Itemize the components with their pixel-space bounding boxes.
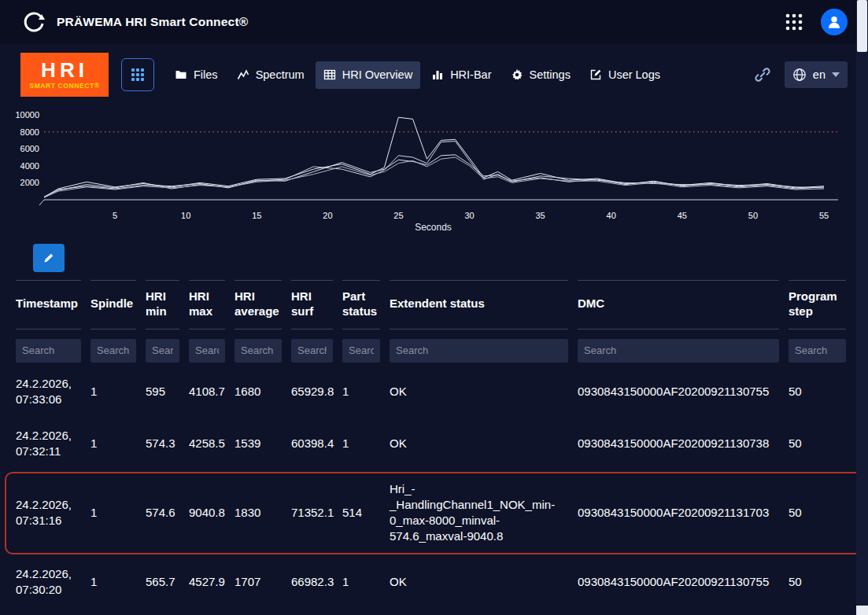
nav-item-hri-overview[interactable]: HRI Overview <box>316 61 420 89</box>
edit-button[interactable] <box>33 244 65 272</box>
cell-hri-max: 9040.8 <box>189 505 225 521</box>
search-input-hri-min[interactable] <box>146 339 179 363</box>
cell-hri-average: 1680 <box>235 384 282 400</box>
hri-data-table: TimestampSpindleHRI minHRI maxHRI averag… <box>16 280 855 615</box>
bar-chart-icon <box>431 68 445 82</box>
cell-hri-max: 4108.7 <box>189 384 225 400</box>
cell-program-step: 50 <box>789 384 846 400</box>
edit-note-icon <box>589 68 603 82</box>
svg-text:6000: 6000 <box>20 144 39 153</box>
column-header-part-status[interactable]: Part status <box>342 280 380 330</box>
cell-extendent-status: Hri_-_HandlingChannel1_NOK_min-0_max-800… <box>390 481 568 545</box>
table-row-nok-highlighted[interactable]: 24.2.2026, 07:31:161574.69040.8183071352… <box>5 472 866 554</box>
column-header-hri-min[interactable]: HRI min <box>146 280 179 330</box>
globe-icon <box>792 68 807 82</box>
nav-item-files[interactable]: Files <box>167 61 226 89</box>
search-input-extendent-status[interactable] <box>390 339 568 363</box>
svg-text:50: 50 <box>748 211 758 220</box>
language-value: en <box>813 68 826 81</box>
search-input-program-step[interactable] <box>789 339 846 363</box>
svg-text:35: 35 <box>535 211 545 220</box>
svg-text:15: 15 <box>252 211 261 220</box>
column-header-spindle[interactable]: Spindle <box>90 280 136 330</box>
cell-hri-min: 595 <box>146 384 179 400</box>
cell-hri-average: 1707 <box>235 574 282 590</box>
cell-dmc: 0930843150000AF20200921130755 <box>578 574 779 590</box>
cell-hri-average: 1539 <box>235 436 282 451</box>
column-header-extendent-status[interactable]: Extendent status <box>390 280 568 330</box>
svg-text:10000: 10000 <box>15 110 39 120</box>
nav-item-spectrum[interactable]: Spectrum <box>229 61 312 89</box>
cell-timestamp: 24.2.2026, 07:31:16 <box>16 497 81 529</box>
search-input-dmc[interactable] <box>578 339 779 363</box>
column-header-timestamp[interactable]: Timestamp <box>16 280 81 330</box>
column-header-dmc[interactable]: DMC <box>578 280 779 330</box>
cell-spindle: 1 <box>90 384 136 400</box>
apps-grid-icon[interactable] <box>785 13 803 31</box>
column-header-program-step[interactable]: Program step <box>789 280 846 330</box>
cell-dmc: 0930843150000AF20200921131703 <box>578 505 779 521</box>
cell-extendent-status: OK <box>390 384 568 400</box>
hri-line-chart: 2000400060008000100005101520253035404550… <box>9 107 857 233</box>
cell-hri-max: 4258.5 <box>189 436 225 451</box>
nav-item-label: Settings <box>530 68 571 81</box>
cell-spindle: 1 <box>90 436 136 451</box>
table-row[interactable]: 24.2.2026, 07:33:0615954108.7168065929.8… <box>16 366 855 418</box>
topbar: PRÄWEMA HRI Smart Connect® <box>0 0 868 44</box>
chart-xlabel: Seconds <box>9 222 857 233</box>
main-navbar: HRI SMART CONNECT® FilesSpectrumHRI Over… <box>0 44 868 105</box>
cell-hri-min: 565.7 <box>146 574 179 590</box>
cell-extendent-status: OK <box>390 574 568 590</box>
table-body: 24.2.2026, 07:33:0615954108.7168065929.8… <box>16 366 855 615</box>
gear-icon <box>511 68 524 82</box>
cell-timestamp: 24.2.2026, 07:32:11 <box>16 428 81 460</box>
cell-hri-min: 574.3 <box>146 436 179 451</box>
cell-extendent-status: OK <box>390 436 568 451</box>
search-input-timestamp[interactable] <box>16 339 81 363</box>
cell-part-status: 1 <box>342 574 380 590</box>
column-header-hri-surf[interactable]: HRI surf <box>291 280 333 330</box>
cell-part-status: 1 <box>342 384 380 400</box>
cell-spindle: 1 <box>90 574 136 590</box>
chevron-down-icon <box>832 72 840 77</box>
praewema-logo-icon <box>22 10 46 34</box>
column-header-hri-average[interactable]: HRI average <box>235 280 282 330</box>
nav-item-label: Spectrum <box>256 68 305 81</box>
spectrum-icon <box>237 68 250 82</box>
table-row[interactable]: 24.2.2026, 07:29:2611004620.1141872648.4… <box>16 608 855 615</box>
search-input-part-status[interactable] <box>342 339 380 363</box>
table-row[interactable]: 24.2.2026, 07:30:201565.74527.9170766982… <box>16 556 855 609</box>
cell-hri-surf: 65929.8 <box>291 384 333 400</box>
svg-text:10: 10 <box>181 211 190 220</box>
table-search-row <box>16 330 855 366</box>
nav-item-settings[interactable]: Settings <box>503 61 578 89</box>
nav-item-user-logs[interactable]: User Logs <box>582 61 668 89</box>
search-input-hri-max[interactable] <box>189 339 225 363</box>
hri-logo-subtitle: SMART CONNECT® <box>29 82 99 90</box>
table-header-row: TimestampSpindleHRI minHRI maxHRI averag… <box>16 280 855 330</box>
nav-item-label: User Logs <box>608 68 660 81</box>
cell-hri-surf: 66982.3 <box>291 574 333 590</box>
svg-text:45: 45 <box>678 211 687 220</box>
cell-dmc: 0930843150000AF20200921130755 <box>578 384 779 400</box>
app-title: PRÄWEMA HRI Smart Connect® <box>57 15 248 29</box>
link-icon[interactable] <box>755 67 770 83</box>
search-input-hri-surf[interactable] <box>291 339 333 363</box>
cell-dmc: 0930843150000AF20200921130738 <box>578 436 779 451</box>
vertical-scrollbar-track[interactable] <box>856 0 868 615</box>
cell-spindle: 1 <box>90 505 136 521</box>
cell-hri-surf: 71352.1 <box>291 505 333 521</box>
svg-text:40: 40 <box>607 211 616 220</box>
vertical-scrollbar-thumb[interactable] <box>857 0 867 52</box>
nav-item-label: Files <box>194 68 218 81</box>
language-selector[interactable]: en <box>785 61 848 88</box>
table-row[interactable]: 24.2.2026, 07:32:111574.34258.5153960398… <box>16 418 855 470</box>
search-input-spindle[interactable] <box>90 339 136 363</box>
user-avatar[interactable] <box>821 9 848 35</box>
column-header-hri-max[interactable]: HRI max <box>189 280 225 330</box>
nav-item-hri-bar[interactable]: HRI-Bar <box>423 61 499 89</box>
cell-program-step: 50 <box>789 505 846 521</box>
search-input-hri-average[interactable] <box>235 339 282 363</box>
hri-logo-text: HRI <box>41 60 88 80</box>
menu-grid-button[interactable] <box>121 58 154 91</box>
